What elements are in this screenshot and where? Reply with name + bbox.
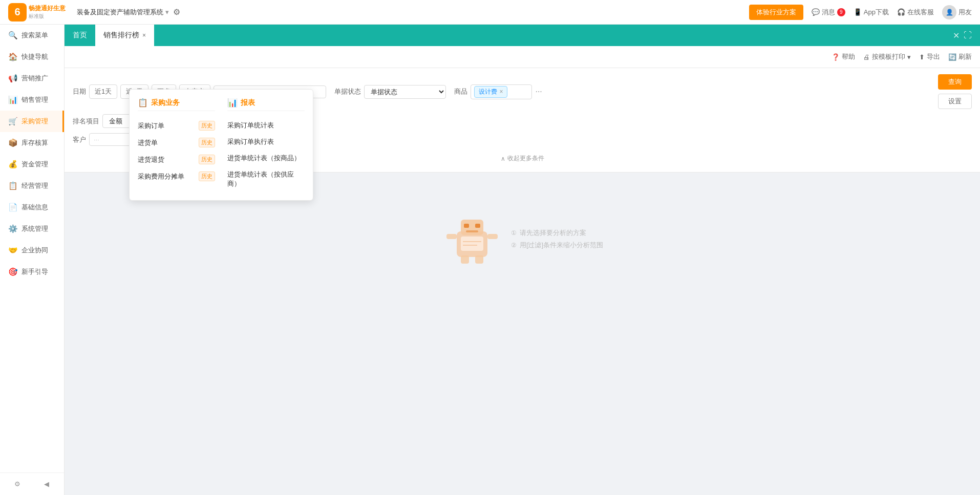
message-badge: 9 [837, 8, 845, 16]
guide-icon: 🎯 [8, 267, 17, 276]
tab-right-actions: ✕ ⛶ [953, 31, 980, 40]
sidebar-item-sales[interactable]: 📊 销售管理 [0, 89, 64, 111]
sidebar: 🔍 搜索菜单 🏠 快捷导航 📢 营销推广 📊 销售管理 🛒 采购管理 📦 [0, 25, 65, 495]
goods-tag-close[interactable]: × [499, 88, 503, 95]
reports-col-icon: 📊 [227, 98, 238, 107]
avatar: 👤 [942, 5, 956, 19]
system-title-dropdown-icon[interactable]: ▾ [165, 8, 169, 16]
sidebar-settings-btn[interactable]: ⚙ [4, 477, 31, 491]
svg-rect-9 [461, 236, 483, 251]
dropdown-item-receipt-stat-goods[interactable]: 进货单统计表（按商品） [227, 150, 305, 166]
empty-tips: ① 请先选择要分析的方案 ② 用[过滤]条件来缩小分析范围 [511, 228, 603, 250]
main-content: ❓ 帮助 🖨 按模板打印 ▾ ⬆ 导出 🔄 [65, 46, 980, 495]
sidebar-item-inventory[interactable]: 📦 库存核算 [0, 132, 64, 154]
tab-close-icon[interactable]: × [142, 32, 146, 39]
date-btn-1day[interactable]: 近1天 [89, 84, 117, 99]
sidebar-item-search[interactable]: 🔍 搜索菜单 [0, 25, 64, 46]
online-service-btn[interactable]: 🎧 在线客服 [897, 8, 934, 17]
dropdown-item-purchase-expense[interactable]: 采购费用分摊单 历史 [138, 168, 215, 185]
setting-btn[interactable]: 设置 [938, 94, 972, 109]
collab-icon: 🤝 [8, 246, 17, 255]
goods-dots[interactable]: ··· [535, 87, 542, 96]
sidebar-item-marketing[interactable]: 📢 营销推广 [0, 68, 64, 89]
logo-icon: 6 [8, 3, 27, 21]
svg-rect-6 [487, 234, 498, 239]
content-header: ❓ 帮助 🖨 按模板打印 ▾ ⬆ 导出 🔄 [65, 46, 980, 68]
content-actions: ❓ 帮助 🖨 按模板打印 ▾ ⬆ 导出 🔄 [832, 52, 972, 61]
svg-rect-7 [461, 255, 469, 264]
refresh-btn[interactable]: 🔄 刷新 [948, 52, 972, 61]
svg-rect-4 [466, 230, 478, 232]
print-dropdown-icon: ▾ [907, 53, 911, 61]
purchase-dropdown-menu: 📋 采购业务 采购订单 历史 进货单 历史 [129, 89, 313, 201]
sidebar-collapse-btn[interactable]: ◀ [33, 477, 60, 491]
tab-bar: 首页 销售排行榜 × ✕ ⛶ [65, 25, 980, 46]
search-icon: 🔍 [8, 31, 17, 40]
tab-close-window-btn[interactable]: ✕ [953, 31, 960, 40]
system-icon: ⚙️ [8, 224, 17, 233]
dropdown-col-reports-header: 📊 报表 [227, 98, 305, 111]
sidebar-item-basic-info[interactable]: 📄 基础信息 [0, 197, 64, 218]
top-bar: 6 畅捷通好生意 标准版 装备及固定资产辅助管理系统 ▾ ⚙ 体验行业方案 💬 … [0, 0, 980, 25]
home-icon: 🏠 [8, 52, 17, 61]
tab-home[interactable]: 首页 [65, 25, 95, 46]
tab-sales-ranking[interactable]: 销售排行榜 × [95, 25, 154, 46]
app-wrapper: 6 畅捷通好生意 标准版 装备及固定资产辅助管理系统 ▾ ⚙ 体验行业方案 💬 … [0, 0, 980, 495]
sidebar-item-purchase[interactable]: 🛒 采购管理 [0, 111, 64, 132]
help-btn[interactable]: ❓ 帮助 [832, 52, 855, 61]
headset-icon: 🎧 [897, 8, 905, 16]
logo-area: 6 畅捷通好生意 标准版 [8, 3, 73, 21]
dropdown-item-receipt-stat-supplier[interactable]: 进货单统计表（按供应商） [227, 166, 305, 192]
sidebar-item-collaboration[interactable]: 🤝 企业协同 [0, 240, 64, 261]
collapse-up-icon: ∧ [501, 155, 505, 162]
sidebar-item-operations[interactable]: 📋 经营管理 [0, 175, 64, 197]
sidebar-item-finance[interactable]: 💰 资金管理 [0, 154, 64, 175]
purchase-col-icon: 📋 [138, 98, 148, 107]
query-btn[interactable]: 查询 [938, 74, 972, 90]
svg-rect-3 [475, 224, 480, 228]
svg-rect-2 [464, 224, 469, 228]
goods-filter: 商品 设计费 × ··· [454, 84, 542, 99]
sidebar-item-system[interactable]: ⚙️ 系统管理 [0, 218, 64, 240]
inventory-icon: 📦 [8, 138, 17, 147]
message-btn[interactable]: 💬 消息 9 [812, 8, 845, 17]
top-bar-left: 6 畅捷通好生意 标准版 装备及固定资产辅助管理系统 ▾ ⚙ [8, 3, 749, 21]
purchase-icon: 🛒 [8, 117, 17, 126]
dropdown-col-purchase: 📋 采购业务 采购订单 历史 进货单 历史 [138, 98, 215, 192]
message-icon: 💬 [812, 8, 820, 16]
print-btn[interactable]: 🖨 按模板打印 ▾ [863, 52, 911, 61]
sidebar-bottom: ⚙ ◀ [0, 472, 64, 495]
svg-rect-8 [475, 255, 483, 264]
dropdown-item-purchase-order[interactable]: 采购订单 历史 [138, 117, 215, 134]
phone-icon: 📱 [854, 8, 862, 16]
print-icon: 🖨 [863, 53, 870, 61]
sidebar-item-navigation[interactable]: 🏠 快捷导航 [0, 46, 64, 68]
empty-illustration [441, 213, 503, 265]
main-layout: 🔍 搜索菜单 🏠 快捷导航 📢 营销推广 📊 销售管理 🛒 采购管理 📦 [0, 25, 980, 495]
app-download-btn[interactable]: 📱 App下载 [854, 8, 889, 17]
dropdown-item-purchase-order-stat[interactable]: 采购订单统计表 [227, 117, 305, 134]
top-bar-right: 体验行业方案 💬 消息 9 📱 App下载 🎧 在线客服 👤 用友 [749, 5, 972, 20]
refresh-icon: 🔄 [948, 53, 956, 61]
export-btn[interactable]: ⬆ 导出 [919, 52, 940, 61]
gear-icon[interactable]: ⚙ [173, 7, 180, 17]
dropdown-col-reports: 📊 报表 采购订单统计表 采购订单执行表 进货单统计表（按商品） 进货单统计表（… [227, 98, 305, 192]
dropdown-item-goods-receipt[interactable]: 进货单 历史 [138, 134, 215, 151]
info-icon: 📄 [8, 203, 17, 212]
sidebar-item-guide[interactable]: 🎯 新手引导 [0, 261, 64, 283]
goods-tag: 设计费 × [474, 86, 507, 98]
finance-icon: 💰 [8, 160, 17, 169]
content-area: 首页 销售排行榜 × ✕ ⛶ ❓ [65, 25, 980, 495]
dropdown-item-goods-return[interactable]: 进货退货 历史 [138, 151, 215, 168]
user-menu-btn[interactable]: 👤 用友 [942, 5, 972, 19]
query-setting-col: 查询 设置 [938, 74, 972, 109]
svg-rect-5 [446, 234, 457, 239]
industry-btn[interactable]: 体验行业方案 [749, 5, 803, 20]
export-icon: ⬆ [919, 53, 925, 61]
tab-fullscreen-btn[interactable]: ⛶ [964, 31, 972, 40]
system-title: 装备及固定资产辅助管理系统 [77, 8, 163, 17]
sales-icon: 📊 [8, 95, 17, 104]
dropdown-item-purchase-order-exec[interactable]: 采购订单执行表 [227, 134, 305, 150]
doc-status-select[interactable]: 单据状态 [364, 85, 446, 99]
dropdown-col-purchase-header: 📋 采购业务 [138, 98, 215, 111]
